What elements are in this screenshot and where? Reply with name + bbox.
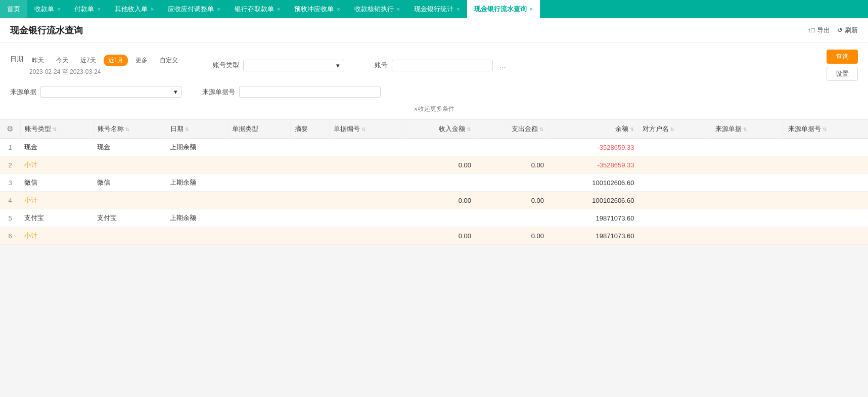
cell-counterpart [638, 174, 711, 192]
chevron-down-icon-2: ▾ [174, 88, 177, 96]
cell-source-doc-no [784, 156, 868, 174]
cell-account-type: 现金 [20, 139, 93, 156]
col-settings: ⚙ [0, 120, 20, 139]
close-icon[interactable]: × [277, 6, 280, 12]
cell-income [402, 209, 475, 227]
account-dots-button[interactable]: ... [497, 61, 508, 70]
date-btn-custom[interactable]: 自定义 [155, 55, 182, 66]
source-doc-select[interactable]: ▾ [40, 86, 182, 98]
cell-doc-type [227, 174, 290, 192]
date-btn-today[interactable]: 今天 [52, 55, 73, 66]
cell-doc-type [227, 227, 290, 245]
cell-balance: 19871073.60 [548, 209, 638, 227]
cell-balance: 100102606.60 [548, 174, 638, 192]
sort-icon[interactable]: ⇅ [53, 126, 57, 132]
cell-source-doc [711, 139, 784, 156]
refresh-button[interactable]: ↺ 刷新 [837, 26, 858, 35]
close-icon[interactable]: × [57, 6, 60, 12]
sort-icon[interactable]: ⇅ [630, 126, 634, 132]
close-icon[interactable]: × [97, 6, 100, 12]
sort-icon[interactable]: ⇅ [361, 126, 366, 132]
cell-account-name [93, 156, 166, 174]
date-btn-more[interactable]: 更多 [131, 55, 152, 66]
date-btn-1month[interactable]: 近1月 [104, 55, 128, 66]
cell-doc-type [227, 192, 290, 209]
cell-date: 上期余额 [166, 174, 227, 192]
close-icon[interactable]: × [217, 6, 220, 12]
table-row: 1 现金 现金 上期余额 -3528659.33 [0, 139, 868, 156]
close-icon[interactable]: × [456, 6, 460, 12]
settings-button[interactable]: 设置 [827, 67, 858, 81]
nav-receipt[interactable]: 收款单 × [27, 0, 67, 18]
account-input[interactable] [392, 60, 493, 71]
nav-advance-offset[interactable]: 预收冲应收单 × [287, 0, 347, 18]
sort-icon[interactable]: ⇅ [823, 126, 827, 132]
sort-icon[interactable]: ⇅ [185, 126, 189, 132]
nav-other-income[interactable]: 其他收入单 × [108, 0, 161, 18]
table-row: 6 小计 0.00 0.00 19871073.60 [0, 227, 868, 245]
nav-collection-exec[interactable]: 收款核销执行 × [347, 0, 407, 18]
gear-icon[interactable]: ⚙ [7, 124, 13, 133]
cell-doc-no [330, 192, 402, 209]
cell-doc-type [227, 139, 290, 156]
cell-account-name [93, 192, 166, 209]
sort-icon[interactable]: ⇅ [467, 126, 471, 132]
nav-cash-bank-stat[interactable]: 现金银行统计 × [407, 0, 467, 18]
table-body: 1 现金 现金 上期余额 -3528659.33 2 小计 0.00 0.00 … [0, 139, 868, 245]
nav-bank-deposit[interactable]: 银行存取款单 × [227, 0, 287, 18]
col-source-doc: 来源单据 ⇅ [711, 120, 784, 139]
col-balance: 余额 ⇅ [548, 120, 638, 139]
account-type-label: 账号类型 [213, 61, 239, 70]
col-doc-no: 单据编号 ⇅ [330, 120, 402, 139]
close-icon[interactable]: × [151, 6, 154, 12]
source-doc-no-input[interactable] [239, 86, 381, 98]
cell-source-doc [711, 156, 784, 174]
cell-doc-type [227, 156, 290, 174]
sort-icon[interactable]: ⇅ [670, 126, 674, 132]
cell-source-doc-no [784, 209, 868, 227]
table-row: 2 小计 0.00 0.00 -3528659.33 [0, 156, 868, 174]
cell-income: 0.00 [402, 156, 475, 174]
nav-home[interactable]: 首页 [0, 0, 27, 18]
page-title: 现金银行流水查询 [10, 24, 83, 36]
cell-date: 上期余额 [166, 209, 227, 227]
cell-source-doc [711, 192, 784, 209]
export-button[interactable]: ↑□ 导出 [808, 26, 830, 35]
close-icon[interactable]: × [337, 6, 340, 12]
source-doc-label: 来源单据 [10, 87, 36, 97]
sort-icon[interactable]: ⇅ [539, 126, 543, 132]
nav-payment[interactable]: 付款单 × [67, 0, 107, 18]
account-type-select[interactable]: ▾ [243, 60, 344, 71]
table-container: ⚙ 账号类型 ⇅ 账号名称 ⇅ 日期 [0, 120, 868, 245]
sort-icon[interactable]: ⇅ [125, 126, 129, 132]
cell-expense [475, 209, 548, 227]
table-row: 5 支付宝 支付宝 上期余额 19871073.60 [0, 209, 868, 227]
table-row: 3 微信 微信 上期余额 100102606.60 [0, 174, 868, 192]
close-icon[interactable]: × [397, 6, 400, 12]
cell-expense: 0.00 [475, 192, 548, 209]
cell-date [166, 192, 227, 209]
col-summary: 摘要 [291, 120, 330, 139]
account-label: 账号 [375, 61, 388, 70]
cell-account-type: 支付宝 [20, 209, 93, 227]
date-btn-7days[interactable]: 近7天 [76, 55, 101, 66]
cell-balance: -3528659.33 [548, 139, 638, 156]
cell-account-name: 支付宝 [93, 209, 166, 227]
refresh-icon: ↺ [837, 26, 843, 34]
sort-icon[interactable]: ⇅ [743, 126, 747, 132]
cell-doc-no [330, 139, 402, 156]
cell-doc-no [330, 209, 402, 227]
row-num: 1 [0, 139, 20, 156]
nav-ap-adjust[interactable]: 应收应付调整单 × [161, 0, 227, 18]
col-doc-type: 单据类型 [227, 120, 290, 139]
cell-counterpart [638, 227, 711, 245]
collapse-bar[interactable]: ∧ 收起更多条件 [10, 103, 858, 115]
cell-income [402, 139, 475, 156]
cell-summary [291, 156, 330, 174]
query-button[interactable]: 查询 [827, 50, 858, 64]
close-icon[interactable]: × [530, 6, 533, 12]
nav-cash-bank-flow[interactable]: 现金银行流水查询 × [467, 0, 540, 18]
cell-account-type: 小计 [20, 192, 93, 209]
date-btn-yesterday[interactable]: 昨天 [27, 55, 49, 66]
filter-row-2: 来源单据 ▾ 来源单据号 [10, 86, 858, 98]
